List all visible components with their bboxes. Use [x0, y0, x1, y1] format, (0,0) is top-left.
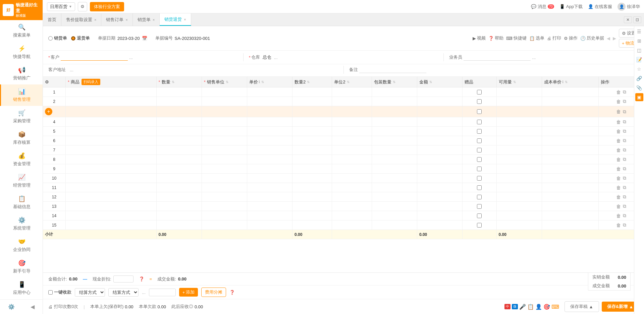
- account-select[interactable]: 结算方式: [108, 288, 139, 297]
- right-panel-active-btn[interactable]: ▣: [635, 93, 643, 101]
- copy-row-btn[interactable]: ⧉: [623, 166, 626, 172]
- copy-row-btn[interactable]: ⧉: [623, 128, 626, 134]
- customer-dots[interactable]: ...: [129, 55, 133, 60]
- payment-checkbox-input[interactable]: [48, 290, 53, 295]
- qty2-cell[interactable]: [292, 136, 332, 145]
- product-cell[interactable]: [66, 127, 156, 136]
- product-cell[interactable]: [66, 211, 156, 221]
- pack-qty-cell[interactable]: [372, 183, 417, 192]
- warehouse-dots[interactable]: ...: [274, 55, 278, 60]
- gift-checkbox[interactable]: [477, 138, 482, 143]
- product-cell[interactable]: [66, 155, 156, 164]
- product-cell[interactable]: [66, 202, 156, 211]
- delete-row-btn[interactable]: 🗑: [616, 175, 621, 181]
- calc-method-select[interactable]: 结算方式: [75, 288, 105, 297]
- radio-sale-input[interactable]: [48, 36, 53, 41]
- pack-qty-cell[interactable]: [372, 117, 417, 127]
- gift-cell[interactable]: [463, 183, 496, 192]
- unit-cell[interactable]: [202, 202, 247, 211]
- sidebar-item-system[interactable]: ⚙️ 系统管理: [0, 213, 43, 235]
- qty-cell[interactable]: [156, 183, 202, 192]
- sidebar-item-marketing[interactable]: 📢 营销推广: [0, 63, 43, 84]
- info-icon[interactable]: ℹ: [562, 80, 564, 84]
- unit-cell[interactable]: [202, 164, 247, 174]
- unit-cell[interactable]: [202, 106, 247, 117]
- amount-cell[interactable]: [417, 202, 462, 211]
- gift-checkbox[interactable]: [477, 204, 482, 209]
- history-btn[interactable]: 🕐 历史单据: [580, 35, 604, 41]
- qty2-cell[interactable]: [292, 211, 332, 221]
- tab-home[interactable]: 首页: [43, 13, 61, 26]
- product-cell[interactable]: [66, 117, 156, 127]
- product-cell[interactable]: [66, 164, 156, 174]
- unit2-cell[interactable]: [332, 106, 372, 117]
- copy-row-btn[interactable]: ⧉: [623, 156, 626, 162]
- qty2-cell[interactable]: [292, 183, 332, 192]
- qty2-cell[interactable]: [292, 97, 332, 106]
- add-payment-btn[interactable]: + 添加: [179, 288, 198, 297]
- gift-cell[interactable]: [463, 164, 496, 174]
- account-dots[interactable]: ...: [142, 290, 146, 295]
- unit-cell[interactable]: [202, 174, 247, 183]
- radio-return[interactable]: 退货单: [71, 35, 90, 41]
- unit2-cell[interactable]: [332, 87, 372, 97]
- qty-cell[interactable]: [156, 127, 202, 136]
- unit2-cell[interactable]: [332, 97, 372, 106]
- product-cell[interactable]: [66, 221, 156, 230]
- video-btn[interactable]: ▶ 视频: [473, 35, 486, 41]
- gift-checkbox[interactable]: [477, 120, 482, 124]
- sort-icon[interactable]: ⇅: [261, 80, 264, 84]
- sidebar-collapse-btn[interactable]: ◀: [28, 302, 37, 311]
- calendar-icon[interactable]: 📅: [142, 36, 147, 41]
- gift-cell[interactable]: [463, 117, 496, 127]
- qty-cell[interactable]: [156, 97, 202, 106]
- select-btn[interactable]: 📋 选单: [529, 35, 544, 41]
- sidebar-item-apps[interactable]: 📱 应用中心: [0, 277, 43, 299]
- amount-cell[interactable]: [417, 174, 462, 183]
- sidebar-item-basic[interactable]: 📋 基础信息: [0, 192, 43, 213]
- product-cell[interactable]: [66, 183, 156, 192]
- staff-dots[interactable]: ...: [532, 55, 536, 60]
- amount-cell[interactable]: [417, 192, 462, 202]
- tab-close-icon[interactable]: ×: [94, 18, 96, 22]
- delete-row-btn[interactable]: 🗑: [616, 156, 621, 162]
- split-btn[interactable]: 费用分摊: [201, 288, 226, 297]
- product-cell[interactable]: [66, 97, 156, 106]
- th-settings[interactable]: ⚙: [43, 77, 66, 87]
- product-cell[interactable]: [66, 106, 156, 117]
- remark-input[interactable]: [359, 66, 426, 73]
- price-cell[interactable]: [247, 87, 292, 97]
- copy-row-btn[interactable]: ⧉: [623, 175, 626, 181]
- gift-cell[interactable]: [463, 87, 496, 97]
- copy-row-btn[interactable]: ⧉: [623, 138, 626, 143]
- price-cell[interactable]: [247, 106, 292, 117]
- qty2-cell[interactable]: [292, 221, 332, 230]
- qty-cell[interactable]: [156, 164, 202, 174]
- copy-row-btn[interactable]: ⧉: [623, 109, 626, 115]
- pack-qty-cell[interactable]: [372, 221, 417, 230]
- qty2-cell[interactable]: [292, 155, 332, 164]
- delete-row-btn[interactable]: 🗑: [616, 147, 621, 153]
- gift-checkbox[interactable]: [477, 176, 482, 181]
- gift-cell[interactable]: [463, 202, 496, 211]
- unit-cell[interactable]: [202, 97, 247, 106]
- pack-qty-cell[interactable]: [372, 136, 417, 145]
- product-cell[interactable]: [66, 174, 156, 183]
- tab-sales-delivery[interactable]: 销货单 ×: [133, 13, 160, 26]
- unit-cell[interactable]: [202, 87, 247, 97]
- qty-cell[interactable]: [156, 174, 202, 183]
- price-cell[interactable]: [247, 211, 292, 221]
- pack-qty-cell[interactable]: [372, 87, 417, 97]
- sort-icon[interactable]: ⇅: [347, 80, 350, 84]
- gift-cell[interactable]: [463, 145, 496, 155]
- delete-row-btn[interactable]: 🗑: [616, 128, 621, 134]
- unit2-cell[interactable]: [332, 117, 372, 127]
- amount-cell[interactable]: [417, 136, 462, 145]
- save-new-btn[interactable]: 保存&新增 ▲: [602, 302, 639, 312]
- address-dots[interactable]: ...: [70, 67, 73, 72]
- sort-icon[interactable]: ⇅: [307, 80, 310, 84]
- radio-sale[interactable]: 销货单: [48, 35, 67, 41]
- qty-cell[interactable]: [156, 202, 202, 211]
- tab-close-icon[interactable]: ×: [125, 18, 127, 22]
- info-icon[interactable]: ℹ: [259, 80, 260, 84]
